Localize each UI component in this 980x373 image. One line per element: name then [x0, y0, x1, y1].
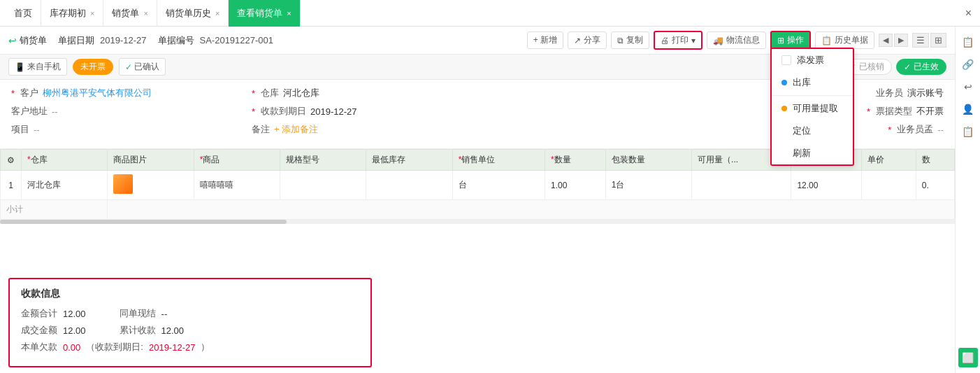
operations-icon: ⊞	[777, 36, 784, 45]
cumulative-value: 12.00	[161, 325, 185, 336]
not-opened-btn[interactable]: 未开票	[73, 59, 113, 75]
add-label: + 新增	[533, 34, 557, 46]
refresh-item[interactable]: 刷新	[772, 142, 853, 164]
tab-inventory-close[interactable]: ×	[90, 9, 94, 17]
sidebar-table-icon[interactable]: 📋	[958, 122, 978, 141]
payment-row-1: 金额合计 12.00 同单现结 --	[21, 307, 359, 320]
owed-date: 2019-12-27	[149, 342, 196, 353]
share-label: 分享	[584, 34, 600, 46]
col-warehouse: *仓库	[22, 150, 108, 171]
add-invoice-label: 添发票	[797, 54, 824, 66]
subtotal-row: 小计	[1, 200, 955, 220]
sidebar-expand-icon[interactable]: ⬜	[958, 348, 978, 367]
locate-item[interactable]: 定位	[772, 120, 853, 142]
trade-field: 成交金额 12.00	[21, 324, 86, 337]
next-btn[interactable]: ▶	[894, 34, 908, 47]
payment-row-2: 成交金额 12.00 累计收款 12.00	[21, 324, 359, 337]
print-button[interactable]: 🖨 打印 ▾	[654, 31, 702, 50]
tab-view-sales-close[interactable]: ×	[287, 9, 291, 17]
copy-button[interactable]: ⧉ 复制	[611, 31, 649, 49]
same-order-field: 同单现结 --	[120, 307, 168, 320]
copy-label: 复制	[626, 34, 643, 46]
nav-arrows: ◀ ▶	[879, 34, 908, 47]
tab-view-sales-label: 查看销货单	[237, 7, 282, 20]
add-button[interactable]: + 新增	[527, 31, 563, 49]
address-label: 客户地址	[11, 105, 48, 118]
row-available	[692, 171, 791, 200]
prev-btn[interactable]: ◀	[879, 34, 893, 47]
remark-add[interactable]: + 添加备注	[274, 123, 318, 136]
available-qty-label: 可用量提取	[793, 102, 838, 115]
effective-badge[interactable]: ✓ 已生效	[896, 59, 946, 75]
tab-history-close[interactable]: ×	[215, 9, 219, 17]
tab-sales-close[interactable]: ×	[143, 9, 147, 17]
history-button[interactable]: 📋 历史单据	[815, 31, 874, 49]
col-qty: *数量	[545, 150, 606, 171]
sidebar-return-icon[interactable]: ↩	[958, 77, 978, 97]
row-other: 0.	[916, 171, 954, 200]
list-view-btn[interactable]: ☰	[912, 33, 929, 48]
staff2-value: --	[937, 125, 944, 135]
same-order-label: 同单现结	[120, 307, 156, 320]
col-unit: *销售单位	[452, 150, 545, 171]
due-date-label: 收款到期日	[261, 105, 306, 118]
amount-field: 金额合计 12.00	[21, 307, 86, 320]
owed-label: 本单欠款	[21, 341, 57, 353]
product-image	[113, 174, 133, 194]
col-img: 商品图片	[108, 150, 194, 171]
cumulative-label: 累计收款	[120, 324, 156, 337]
print-icon: 🖨	[661, 36, 669, 45]
available-qty-item[interactable]: 可用量提取	[772, 97, 853, 120]
sidebar-user-icon[interactable]: 👤	[958, 99, 978, 119]
payment-panel: 收款信息 金额合计 12.00 同单现结 -- 成交金额 12.00	[8, 278, 372, 367]
address-field: 客户地址 --	[11, 105, 235, 118]
outbound-label: 出库	[793, 76, 811, 89]
customer-field: * 客户 柳州粤港平安气体有限公司	[11, 87, 235, 99]
number-label: 单据编号	[158, 34, 194, 47]
project-field: 项目 --	[11, 123, 235, 136]
sidebar-link-icon[interactable]: 🔗	[958, 55, 978, 74]
scrollbar-thumb[interactable]	[0, 220, 287, 224]
amount-value: 12.00	[63, 309, 86, 319]
checkbox-icon	[781, 55, 791, 65]
from-mobile-btn[interactable]: 📱 来自手机	[8, 58, 67, 76]
operations-button[interactable]: ⊞ 操作	[770, 31, 811, 50]
outbound-item[interactable]: 出库	[772, 71, 853, 94]
project-label: 项目	[11, 123, 29, 136]
share-button[interactable]: ↗ 分享	[568, 31, 607, 49]
col-spec: 规格型号	[280, 150, 366, 171]
dropdown-divider	[772, 95, 853, 96]
row-pkg: 1台	[605, 171, 691, 200]
not-opened-label: 未开票	[80, 61, 106, 73]
tab-home-label: 首页	[14, 7, 32, 20]
tab-inventory[interactable]: 库存期初 ×	[41, 0, 103, 27]
owed-note: （收款到期日:	[86, 341, 143, 353]
owed-field: 本单欠款 0.00 （收款到期日: 2019-12-27 ）	[21, 341, 210, 353]
col-product: *商品	[194, 150, 280, 171]
staff2-field: * 业务员孟 --	[888, 123, 944, 136]
copy-icon: ⧉	[617, 36, 624, 45]
grid-view-btn[interactable]: ⊞	[930, 33, 946, 48]
tab-history[interactable]: 销货单历史 ×	[157, 0, 229, 27]
tab-sales[interactable]: 销货单 ×	[103, 0, 157, 27]
ticket-label: 票据类型	[876, 105, 912, 118]
tab-sales-label: 销货单	[112, 7, 139, 20]
same-order-value: --	[161, 309, 168, 319]
customer-value[interactable]: 柳州粤港平安气体有限公司	[43, 87, 152, 99]
staff-field: 业务员 演示账号	[876, 87, 944, 99]
logistics-button[interactable]: 🚚 物流信息	[707, 31, 766, 49]
row-price	[862, 171, 916, 200]
trade-value: 12.00	[63, 325, 86, 336]
horizontal-scrollbar[interactable]	[0, 220, 955, 224]
tab-bar: 首页 库存期初 × 销货单 × 销货单历史 × 查看销货单 × ×	[0, 0, 980, 27]
staff2-label: 业务员孟	[897, 123, 933, 136]
confirm-btn[interactable]: ✓ 已确认	[119, 58, 166, 76]
tab-home[interactable]: 首页	[6, 0, 41, 27]
ticket-value: 不开票	[916, 105, 944, 118]
tab-history-label: 销货单历史	[166, 7, 211, 20]
tab-view-sales[interactable]: 查看销货单 ×	[229, 0, 300, 27]
add-invoice-item[interactable]: 添发票	[772, 49, 853, 71]
sidebar-doc-icon[interactable]: 📋	[958, 32, 978, 52]
row-unit: 台	[452, 171, 545, 200]
window-close-btn[interactable]: ×	[965, 7, 972, 20]
